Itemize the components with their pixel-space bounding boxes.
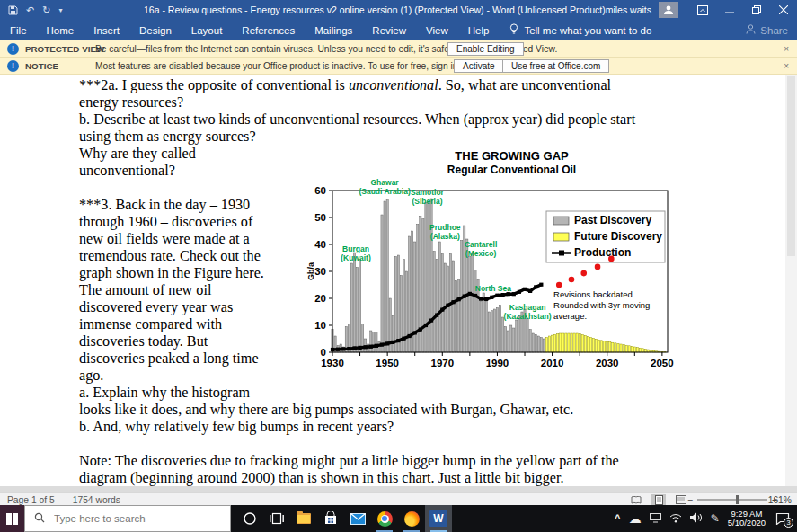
svg-text:40: 40 xyxy=(314,239,326,250)
svg-text:2030: 2030 xyxy=(596,358,619,368)
page-indicator[interactable]: Page 1 of 5 xyxy=(7,495,55,505)
enable-editing-button[interactable]: Enable Editing xyxy=(447,42,524,56)
task-view-icon[interactable] xyxy=(263,505,290,532)
document-page[interactable]: ***2a. I guess the opposite of conventio… xyxy=(0,75,797,492)
info-icon: ! xyxy=(7,43,19,55)
svg-text:Gb/a: Gb/a xyxy=(306,262,315,280)
scrollbar-thumb[interactable] xyxy=(787,76,795,256)
ribbon-display-options-icon[interactable] xyxy=(689,0,716,20)
tab-references[interactable]: References xyxy=(232,20,305,40)
svg-text:(Kazakhstan): (Kazakhstan) xyxy=(504,312,552,321)
notification-badge: 3 xyxy=(784,518,793,528)
close-button[interactable] xyxy=(770,0,797,20)
svg-text:2010: 2010 xyxy=(541,358,564,368)
tab-mailings[interactable]: Mailings xyxy=(305,20,362,40)
page-break-gap xyxy=(0,486,797,492)
share-button[interactable]: Share xyxy=(746,24,788,36)
tab-layout[interactable]: Layout xyxy=(182,20,233,40)
window-title: 16a - Review questions - Energy resource… xyxy=(144,4,606,15)
svg-text:10: 10 xyxy=(314,320,326,331)
doc-line: energy resources? xyxy=(79,94,635,111)
svg-text:0: 0 xyxy=(321,347,326,358)
svg-text:(Siberia): (Siberia) xyxy=(412,197,442,206)
discovery-chart: THE GROWING GAPRegular Conventional Oil0… xyxy=(306,145,719,377)
zoom-slider[interactable] xyxy=(697,499,767,501)
svg-text:Regular Conventional Oil: Regular Conventional Oil xyxy=(447,164,576,176)
redo-icon[interactable]: ↻ xyxy=(42,4,50,16)
hidden-icons-chevron[interactable]: ^ xyxy=(615,513,621,524)
save-icon[interactable] xyxy=(8,5,18,15)
svg-text:(Kuwait): (Kuwait) xyxy=(341,253,371,262)
banner-label: PROTECTED VIEW xyxy=(25,44,95,54)
zoom-out-button[interactable]: − xyxy=(687,495,693,505)
doc-line: b. Describe at least two kinds of unconv… xyxy=(79,111,635,129)
firefox-icon[interactable] xyxy=(398,505,425,532)
svg-text:Ghawar: Ghawar xyxy=(370,178,399,187)
activate-button[interactable]: Activate xyxy=(454,59,504,73)
svg-text:THE GROWING GAP: THE GROWING GAP xyxy=(455,149,569,163)
close-icon[interactable]: × xyxy=(784,44,789,54)
svg-text:Future Discovery: Future Discovery xyxy=(574,230,662,243)
windows-ink-icon[interactable]: ✎ xyxy=(711,513,720,524)
print-layout-icon[interactable] xyxy=(651,494,666,506)
tab-home[interactable]: Home xyxy=(37,20,84,40)
web-layout-icon[interactable] xyxy=(674,494,688,506)
tab-file[interactable]: File xyxy=(0,20,37,40)
svg-text:60: 60 xyxy=(314,185,326,196)
svg-text:(Mexico): (Mexico) xyxy=(465,249,497,258)
undo-icon[interactable]: ↶ xyxy=(26,4,34,16)
info-icon: ! xyxy=(7,60,19,72)
onedrive-icon[interactable]: ☁ xyxy=(629,512,642,525)
clock-date: 5/10/2020 xyxy=(728,519,766,528)
doc-line: diagram (beginning around 2000) than is … xyxy=(79,470,635,487)
tray-device-icon[interactable] xyxy=(650,510,661,527)
svg-text:North Sea: North Sea xyxy=(475,284,511,293)
tell-me-box[interactable]: Tell me what you want to do xyxy=(509,23,651,37)
svg-text:30: 30 xyxy=(314,266,326,277)
doc-line: ***2a. I guess the opposite of conventio… xyxy=(79,77,635,94)
volume-icon[interactable] xyxy=(690,510,703,527)
svg-text:1970: 1970 xyxy=(430,358,454,368)
chrome-icon[interactable] xyxy=(371,505,398,532)
license-notice-banner: ! NOTICE Most features are disabled beca… xyxy=(0,58,797,75)
read-mode-icon[interactable] xyxy=(629,494,643,506)
tab-review[interactable]: Review xyxy=(362,20,416,40)
svg-text:1950: 1950 xyxy=(376,358,399,368)
tab-insert[interactable]: Insert xyxy=(84,20,129,40)
microsoft-store-icon[interactable] xyxy=(317,505,344,532)
avatar[interactable] xyxy=(659,2,678,18)
minimize-button[interactable] xyxy=(716,0,743,20)
svg-text:20: 20 xyxy=(314,293,326,304)
mail-icon[interactable] xyxy=(344,505,371,532)
lightbulb-icon xyxy=(509,23,518,37)
restore-button[interactable] xyxy=(743,0,770,20)
network-icon[interactable] xyxy=(669,510,682,527)
svg-text:Kashagan: Kashagan xyxy=(509,303,546,312)
quick-access-toolbar: ↶ ↻ ▾ xyxy=(0,4,144,16)
use-free-button[interactable]: Use free at Office.com xyxy=(502,59,609,73)
start-button[interactable] xyxy=(0,505,24,532)
svg-text:Revisions backdated.: Revisions backdated. xyxy=(553,289,634,299)
svg-text:Cantarell: Cantarell xyxy=(465,240,497,249)
svg-text:1930: 1930 xyxy=(321,358,344,368)
vertical-scrollbar[interactable] xyxy=(785,75,797,486)
zoom-percent[interactable]: 161% xyxy=(768,493,792,506)
cortana-icon[interactable] xyxy=(236,505,263,532)
action-center-icon[interactable]: 3 xyxy=(774,510,792,527)
zoom-slider-thumb[interactable] xyxy=(736,495,739,504)
word-count[interactable]: 1754 words xyxy=(73,495,120,505)
search-input[interactable] xyxy=(52,512,205,525)
tab-view[interactable]: View xyxy=(416,20,458,40)
taskbar-search[interactable] xyxy=(24,505,231,532)
svg-text:50: 50 xyxy=(314,212,326,223)
tab-help[interactable]: Help xyxy=(458,20,500,40)
word-taskbar-icon[interactable]: W xyxy=(425,505,452,532)
svg-text:Prudhoe: Prudhoe xyxy=(429,223,461,232)
doc-line: a. Explain why the histogram xyxy=(79,385,635,402)
account-name[interactable]: miles waits xyxy=(606,4,651,15)
file-explorer-icon[interactable] xyxy=(290,505,317,532)
clock[interactable]: 9:29 AM 5/10/2020 xyxy=(728,510,766,528)
customize-qat-icon[interactable]: ▾ xyxy=(58,6,62,14)
tab-design[interactable]: Design xyxy=(129,20,182,40)
close-icon[interactable]: × xyxy=(784,61,789,71)
